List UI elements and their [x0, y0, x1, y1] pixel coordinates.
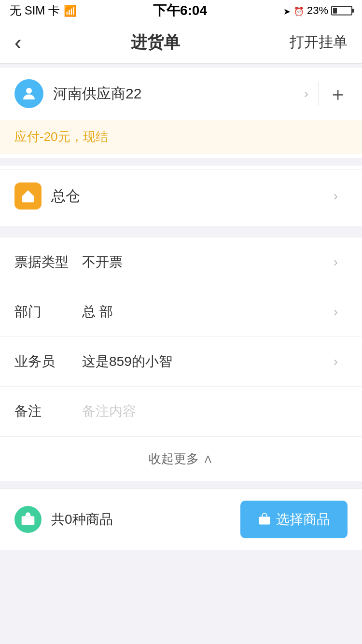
warehouse-card: 总仓 › — [0, 166, 362, 226]
select-product-button[interactable]: 选择商品 — [240, 501, 348, 538]
supplier-name: 河南供应商22 — [53, 84, 304, 104]
invoice-type-value: 不开票 — [82, 253, 334, 271]
page-title: 进货单 — [131, 31, 180, 54]
gray-fill — [0, 550, 362, 644]
supplier-row[interactable]: 河南供应商22 › ＋ — [0, 68, 362, 120]
top-spacer — [0, 64, 362, 68]
remark-value[interactable]: 备注内容 — [82, 402, 348, 420]
add-supplier-button[interactable]: ＋ — [328, 84, 348, 103]
cart-icon — [20, 512, 36, 527]
invoice-type-label: 票据类型 — [14, 253, 82, 271]
warehouse-icon — [14, 182, 42, 210]
remark-row[interactable]: 备注 备注内容 — [0, 387, 362, 436]
battery-bar — [331, 6, 352, 15]
department-value: 总 部 — [82, 303, 334, 321]
select-product-label: 选择商品 — [276, 510, 330, 529]
collapse-label: 收起更多 ∧ — [149, 450, 213, 467]
warehouse-chevron-icon: › — [334, 188, 338, 204]
supplier-card: 河南供应商22 › ＋ 应付-20元，现结 — [0, 64, 362, 158]
warning-text: 应付-20元，现结 — [14, 129, 108, 144]
warehouse-name: 总仓 — [51, 186, 334, 206]
status-bar: 无 SIM 卡 下午6:04 23% — [0, 0, 362, 21]
spacer2 — [0, 166, 362, 169]
select-product-icon — [258, 513, 271, 526]
bottom-bar: 共0种商品 选择商品 — [0, 489, 362, 550]
back-button[interactable]: ‹ — [14, 30, 22, 55]
spacer4 — [0, 234, 362, 238]
supplier-avatar — [14, 79, 43, 108]
product-count-text: 共0种商品 — [51, 510, 231, 529]
department-chevron: › — [334, 304, 338, 320]
status-time: 下午6:04 — [153, 1, 207, 20]
salesperson-chevron: › — [334, 354, 338, 369]
divider — [318, 82, 319, 106]
spacer3 — [0, 222, 362, 226]
open-pending-button[interactable]: 打开挂单 — [290, 32, 348, 52]
form-section: 票据类型 不开票 › 部门 总 部 › 业务员 这是859的小智 › 备注 备注… — [0, 234, 362, 481]
warehouse-row[interactable]: 总仓 › — [0, 169, 362, 222]
department-label: 部门 — [14, 303, 82, 321]
spacer — [0, 154, 362, 158]
wifi-icon — [64, 4, 77, 17]
invoice-type-chevron: › — [334, 254, 338, 270]
main-content: 河南供应商22 › ＋ 应付-20元，现结 总仓 › — [0, 64, 362, 644]
salesperson-label: 业务员 — [14, 352, 82, 371]
svg-point-0 — [26, 88, 32, 94]
house-icon — [20, 188, 36, 204]
remark-label: 备注 — [14, 402, 82, 420]
nav-bar: ‹ 进货单 打开挂单 — [0, 21, 362, 64]
supplier-chevron-icon: › — [304, 86, 308, 101]
product-count-icon — [14, 506, 42, 533]
salesperson-row[interactable]: 业务员 这是859的小智 › — [0, 337, 362, 387]
separator — [0, 481, 362, 489]
status-right: 23% — [283, 4, 352, 17]
svg-rect-2 — [22, 516, 35, 525]
svg-rect-1 — [26, 198, 30, 202]
alarm-icon — [293, 4, 304, 17]
salesperson-value: 这是859的小智 — [82, 352, 334, 371]
warning-banner: 应付-20元，现结 — [0, 120, 362, 154]
collapse-button[interactable]: 收起更多 ∧ — [0, 436, 362, 481]
battery-percent: 23% — [307, 4, 328, 17]
location-icon — [283, 4, 291, 17]
status-left: 无 SIM 卡 — [10, 3, 77, 18]
invoice-type-row[interactable]: 票据类型 不开票 › — [0, 238, 362, 287]
carrier-label: 无 SIM 卡 — [10, 3, 60, 18]
department-row[interactable]: 部门 总 部 › — [0, 287, 362, 337]
user-icon — [20, 85, 38, 102]
battery-fill — [333, 8, 337, 14]
